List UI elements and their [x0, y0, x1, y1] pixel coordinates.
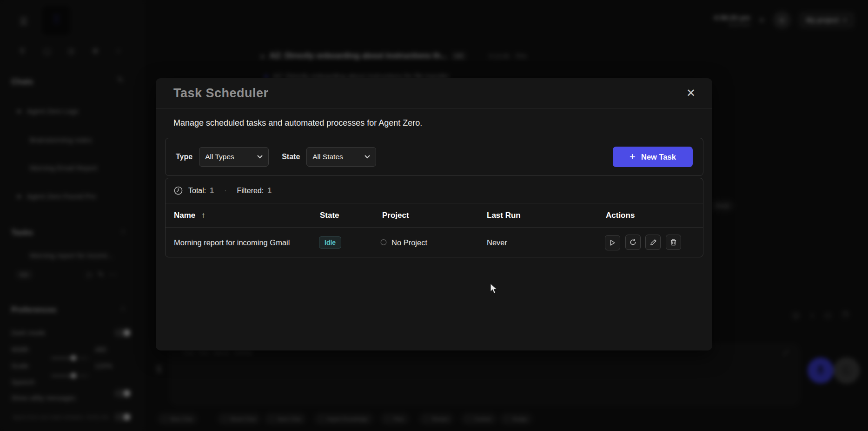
- type-filter-label: Type: [176, 153, 192, 161]
- task-project: No Project: [380, 238, 427, 247]
- column-header-actions: Actions: [606, 211, 635, 220]
- column-header-last-run[interactable]: Last Run: [487, 211, 521, 220]
- stats-row: Total: 1 · Filtered: 1: [166, 178, 703, 203]
- new-task-button[interactable]: + New Task: [613, 147, 693, 167]
- modal-description: Manage scheduled tasks and automated pro…: [173, 118, 422, 128]
- trash-icon: [670, 239, 676, 246]
- stats-separator: ·: [224, 187, 226, 195]
- pencil-icon: [650, 239, 656, 246]
- type-select-value: All Types: [205, 153, 234, 161]
- sort-ascending-icon: ↑: [201, 211, 205, 220]
- run-task-button[interactable]: [605, 235, 620, 250]
- state-select-value: All States: [312, 153, 343, 161]
- task-state-badge: Idle: [319, 236, 341, 249]
- edit-task-button[interactable]: [645, 235, 661, 250]
- task-actions: [605, 235, 684, 250]
- table-header-row: Name ↑ State Project Last Run Actions: [166, 203, 703, 228]
- column-header-name[interactable]: Name ↑: [174, 211, 205, 220]
- filtered-value: 1: [267, 187, 272, 195]
- task-scheduler-modal: Task Scheduler ✕ Manage scheduled tasks …: [156, 78, 712, 350]
- reload-task-button[interactable]: [625, 235, 641, 250]
- filter-panel: Type All Types State All States + New Ta…: [165, 138, 703, 176]
- play-icon: [610, 240, 615, 246]
- delete-task-button[interactable]: [666, 235, 681, 250]
- clock-icon: [174, 186, 183, 195]
- chevron-down-icon: [364, 155, 370, 159]
- project-circle-icon: [380, 239, 387, 246]
- task-last-run: Never: [487, 238, 507, 247]
- column-header-state[interactable]: State: [320, 211, 339, 220]
- plus-icon: +: [629, 152, 636, 162]
- total-value: 1: [210, 187, 214, 195]
- new-task-label: New Task: [641, 153, 676, 162]
- filtered-label: Filtered:: [237, 187, 264, 195]
- modal-title: Task Scheduler: [173, 86, 269, 101]
- table-row[interactable]: Morning report for incoming Gmail Idle N…: [166, 228, 703, 257]
- tasks-table-panel: Total: 1 · Filtered: 1 Name ↑ State Proj…: [165, 178, 703, 257]
- close-icon[interactable]: ✕: [686, 88, 696, 99]
- refresh-icon: [629, 239, 636, 246]
- total-label: Total:: [188, 187, 206, 195]
- chevron-down-icon: [257, 155, 263, 159]
- modal-header: Task Scheduler ✕: [156, 78, 712, 108]
- state-filter-label: State: [282, 153, 300, 161]
- task-name: Morning report for incoming Gmail: [174, 238, 290, 247]
- type-select[interactable]: All Types: [199, 147, 269, 167]
- state-select[interactable]: All States: [306, 147, 376, 167]
- column-header-project[interactable]: Project: [382, 211, 409, 220]
